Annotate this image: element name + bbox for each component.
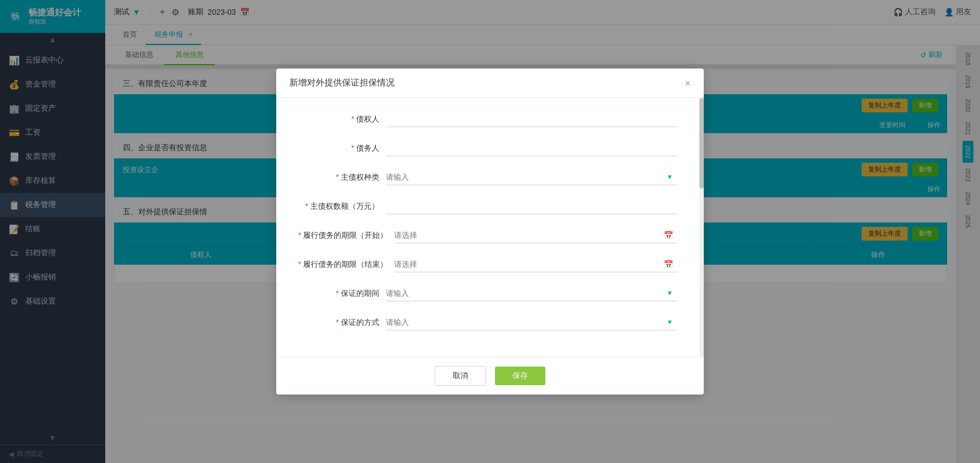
- calendar-icon-start[interactable]: 📅: [659, 231, 677, 239]
- label-claim-amount: * 主债权数额（万元）: [298, 202, 386, 212]
- select-guarantee-period[interactable]: [386, 285, 662, 301]
- chevron-down-icon-method[interactable]: ▼: [662, 318, 677, 326]
- input-claim-amount[interactable]: [386, 198, 677, 214]
- dialog-footer: 取消 保存: [276, 357, 704, 395]
- dialog-body: * 债权人 * 债务人 * 主债权种: [276, 98, 699, 357]
- label-guarantee-method: * 保证的方式: [298, 318, 386, 328]
- date-period-end-wrapper: 📅: [394, 256, 677, 272]
- label-claim-type: * 主债权种类: [298, 173, 386, 182]
- label-debtor: * 债务人: [298, 144, 386, 153]
- label-period-end: * 履行债务的期限（结束）: [298, 260, 394, 270]
- select-claim-type-wrapper: ▼: [386, 169, 677, 185]
- input-creditor[interactable]: [386, 111, 677, 127]
- calendar-icon-end[interactable]: 📅: [659, 260, 677, 268]
- dialog-scrollbar[interactable]: [699, 98, 704, 357]
- date-period-end[interactable]: [394, 256, 659, 272]
- form-row-claim-amount: * 主债权数额（万元）: [298, 198, 677, 214]
- label-period-start: * 履行债务的期限（开始）: [298, 231, 394, 241]
- form-row-guarantee-method: * 保证的方式 ▼: [298, 315, 677, 330]
- form-row-period-end: * 履行债务的期限（结束） 📅: [298, 256, 677, 272]
- dialog-scrollbar-thumb: [699, 98, 704, 188]
- form-row-creditor: * 债权人: [298, 111, 677, 127]
- save-button[interactable]: 保存: [495, 367, 545, 385]
- modal-overlay: 新增对外提供保证担保情况 × * 债权人 * 债务人: [0, 0, 980, 463]
- select-claim-type[interactable]: [386, 169, 662, 185]
- date-period-start[interactable]: [394, 227, 659, 243]
- input-debtor[interactable]: [386, 140, 677, 156]
- dialog-title: 新增对外提供保证担保情况: [289, 77, 395, 89]
- dialog-close-btn[interactable]: ×: [685, 78, 691, 88]
- form-row-period-start: * 履行债务的期限（开始） 📅: [298, 227, 677, 243]
- select-guarantee-method[interactable]: [386, 315, 662, 330]
- dialog: 新增对外提供保证担保情况 × * 债权人 * 债务人: [276, 68, 704, 395]
- dialog-header: 新增对外提供保证担保情况 ×: [276, 68, 704, 98]
- form-row-debtor: * 债务人: [298, 140, 677, 156]
- cancel-button[interactable]: 取消: [435, 366, 486, 386]
- form-row-guarantee-period: * 保证的期间 ▼: [298, 285, 677, 301]
- label-guarantee-period: * 保证的期间: [298, 289, 386, 299]
- form-row-claim-type: * 主债权种类 ▼: [298, 169, 677, 185]
- select-guarantee-period-wrapper: ▼: [386, 285, 677, 301]
- date-period-start-wrapper: 📅: [394, 227, 677, 243]
- select-guarantee-method-wrapper: ▼: [386, 315, 677, 330]
- chevron-down-icon-guarantee[interactable]: ▼: [662, 289, 677, 297]
- chevron-down-icon-claim[interactable]: ▼: [662, 173, 677, 181]
- label-creditor: * 债权人: [298, 115, 386, 124]
